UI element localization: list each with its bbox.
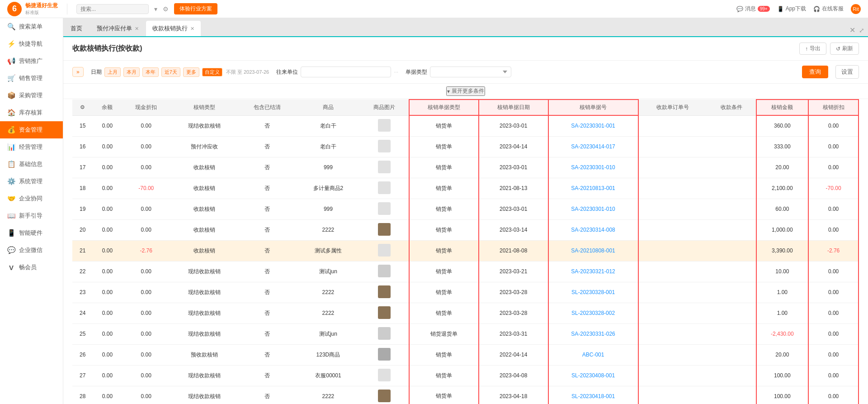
- cell-bill-date: 2023-03-28: [479, 282, 548, 303]
- base-icon: 📋: [7, 160, 15, 168]
- maximize-icon[interactable]: ⤢: [859, 27, 864, 34]
- setting-btn[interactable]: 设置: [835, 65, 859, 79]
- cell-receipt-condition: [707, 178, 756, 199]
- date-this-month[interactable]: 本月: [123, 67, 140, 77]
- query-btn[interactable]: 查询: [802, 66, 828, 78]
- cell-product: 测试jun: [297, 261, 360, 282]
- tab-prepay-close[interactable]: ✕: [135, 26, 139, 32]
- bill-no-link[interactable]: SL-20230328-002: [571, 310, 615, 316]
- cell-product-img: [360, 219, 409, 240]
- sidebar-item-hardware[interactable]: 📱 智能硬件: [0, 224, 63, 242]
- bill-no-link[interactable]: SA-20210808-001: [571, 247, 615, 254]
- sidebar-item-marketing[interactable]: 📢 营销推广: [0, 52, 63, 70]
- bill-no-link[interactable]: ABC-001: [582, 352, 604, 358]
- date-more[interactable]: 更多: [183, 67, 199, 77]
- close-window-icon[interactable]: ✕: [849, 26, 855, 34]
- app-download-btn[interactable]: 📱 App下载: [777, 5, 806, 13]
- counterparty-input[interactable]: [301, 67, 391, 77]
- bill-no-link[interactable]: SA-20230414-017: [571, 143, 615, 150]
- th-balance: 余额: [93, 100, 122, 115]
- top-bar-icons: 💬 消息 99+ 📱 App下载 🎧 在线客服 Rit: [736, 4, 861, 14]
- avatar: Rit: [851, 4, 861, 14]
- cell-cancel-discount: 0.00: [808, 261, 859, 282]
- dropdown-icon[interactable]: ▾: [154, 5, 157, 13]
- export-btn[interactable]: ↑ 导出: [799, 43, 826, 55]
- sidebar-item-system[interactable]: ⚙️ 系统管理: [0, 173, 63, 190]
- bill-no-link[interactable]: SA-20230314-008: [571, 227, 615, 233]
- cell-receipt-condition: [707, 344, 756, 365]
- sidebar-item-base[interactable]: 📋 基础信息: [0, 156, 63, 173]
- date-last-month[interactable]: 上月: [104, 67, 121, 77]
- industry-btn[interactable]: 体验行业方案: [174, 3, 217, 14]
- bill-no-link[interactable]: SA-20230331-026: [571, 331, 615, 337]
- sidebar-item-guide[interactable]: 📖 新手引导: [0, 207, 63, 224]
- filter-counterparty: 往来单位 ···: [276, 67, 398, 77]
- bill-no-link[interactable]: SA-20230301-010: [571, 206, 615, 212]
- cell-cash-discount: -70.00: [122, 178, 170, 199]
- th-cancel-discount: 核销折扣: [808, 100, 859, 115]
- date-this-year[interactable]: 本年: [142, 67, 159, 77]
- tab-home[interactable]: 首页: [63, 21, 90, 36]
- top-bar: 6 畅捷通好生意 标准版 ▾ ⚙ 体验行业方案 💬 消息 99+ 📱 App下载…: [0, 0, 868, 18]
- bill-no-link[interactable]: SA-20230301-001: [571, 123, 615, 129]
- expand-more-btn[interactable]: ▾ 展开更多条件: [446, 86, 485, 96]
- main-layout: 🔍 搜索菜单 ⚡ 快捷导航 📢 营销推广 🛒 销售管理 📦 采购管理 🏠 库存核…: [0, 18, 868, 404]
- cell-cancel-discount: 0.00: [808, 157, 859, 178]
- top-search-input[interactable]: [76, 4, 149, 14]
- sidebar-item-management[interactable]: 📊 经营管理: [0, 138, 63, 156]
- cell-bill-date: 2022-04-14: [479, 344, 548, 365]
- message-btn[interactable]: 💬 消息 99+: [736, 5, 770, 13]
- cell-product: 999: [297, 157, 360, 178]
- tab-cancel-exec[interactable]: 收款核销执行 ✕: [146, 21, 201, 36]
- bill-type-select[interactable]: [430, 67, 511, 77]
- cell-product-img: [360, 115, 409, 136]
- cell-product-img: [360, 386, 409, 404]
- data-table: ⚙ 余额 现金折扣 核销类型 包含已结清 商品 商品图片 核销单据类型 核销单据…: [72, 99, 859, 404]
- table-row: 23 0.00 0.00 现结收款核销 否 2222 销货单 2023-03-2…: [72, 282, 859, 303]
- bill-no-link[interactable]: SA-20230301-010: [571, 164, 615, 171]
- tab-prepay[interactable]: 预付冲应付单 ✕: [90, 21, 145, 36]
- hardware-icon: 📱: [7, 229, 15, 237]
- table-row: 17 0.00 0.00 收款核销 否 999 销货单 2023-03-01 S…: [72, 157, 859, 178]
- bill-no-link[interactable]: SL-20230408-001: [571, 372, 615, 379]
- th-settings[interactable]: ⚙: [72, 100, 93, 115]
- cell-cancel-discount: 0.00: [808, 282, 859, 303]
- sidebar-item-sales[interactable]: 🛒 销售管理: [0, 70, 63, 87]
- sidebar-item-quicknav[interactable]: ⚡ 快捷导航: [0, 35, 63, 52]
- sidebar-item-vip[interactable]: V 畅会员: [0, 259, 63, 276]
- online-service-btn[interactable]: 🎧 在线客服: [813, 5, 844, 13]
- cell-cancel-amount: 60.00: [756, 199, 809, 219]
- cell-receipt-condition: [707, 115, 756, 136]
- cell-balance: 0.00: [93, 323, 122, 344]
- cell-bill-type: 销货单: [409, 303, 479, 323]
- cell-cash-discount: 0.00: [122, 261, 170, 282]
- sidebar-item-wechat[interactable]: 💬 企业微信: [0, 242, 63, 259]
- date-custom[interactable]: 自定义: [202, 68, 222, 76]
- table-row: 15 0.00 0.00 现结收款核销 否 老白干 销货单 2023-03-01…: [72, 115, 859, 136]
- bill-no-link[interactable]: SL-20230418-001: [571, 393, 615, 399]
- bill-no-link[interactable]: SA-20230321-012: [571, 268, 615, 275]
- cell-balance: 0.00: [93, 303, 122, 323]
- cell-included: 否: [238, 240, 297, 261]
- settings-icon[interactable]: ⚙: [163, 5, 169, 13]
- cell-id: 20: [72, 219, 93, 240]
- cell-receipt-order: [638, 261, 707, 282]
- cell-cancel-amount: 3,390.00: [756, 240, 809, 261]
- refresh-btn[interactable]: ↺ 刷新: [830, 43, 859, 55]
- bill-no-link[interactable]: SL-20230328-001: [571, 289, 615, 295]
- cell-bill-date: 2023-03-28: [479, 303, 548, 323]
- sidebar-item-finance[interactable]: 💰 资金管理: [0, 121, 63, 138]
- sidebar-item-enterprise[interactable]: 🤝 企业协同: [0, 190, 63, 207]
- bill-no-link[interactable]: SA-20210813-001: [571, 185, 615, 191]
- user-avatar[interactable]: Rit: [851, 4, 861, 14]
- sidebar-item-search[interactable]: 🔍 搜索菜单: [0, 18, 63, 35]
- sidebar-item-inventory[interactable]: 🏠 库存核算: [0, 104, 63, 121]
- sidebar-item-purchase[interactable]: 📦 采购管理: [0, 87, 63, 104]
- cell-product-img: [360, 157, 409, 178]
- cell-receipt-condition: [707, 386, 756, 404]
- purchase-icon: 📦: [7, 91, 15, 100]
- date-7days[interactable]: 近7天: [161, 67, 180, 77]
- tab-cancel-exec-close[interactable]: ✕: [190, 26, 194, 32]
- filter-expand-btn[interactable]: »: [72, 67, 84, 77]
- cell-receipt-condition: [707, 365, 756, 386]
